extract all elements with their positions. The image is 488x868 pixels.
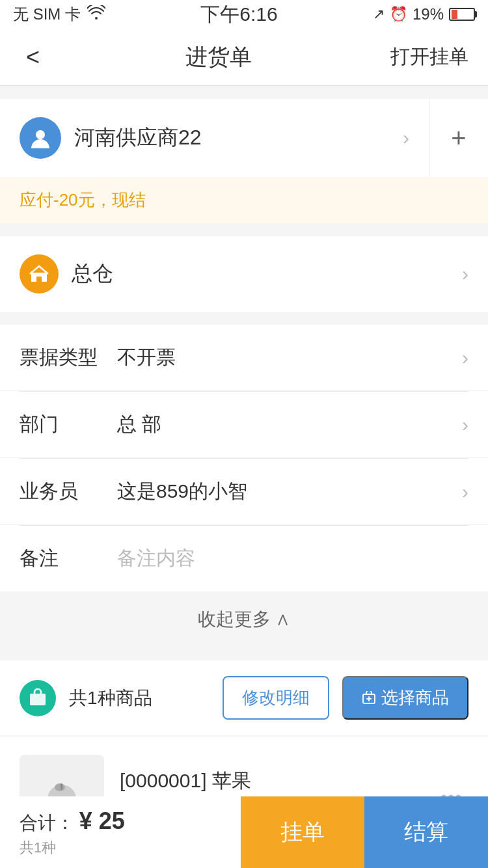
product-header-icon [20,680,56,716]
warehouse-selector[interactable]: 总仓 › [0,236,488,312]
wifi-icon [87,5,105,23]
status-right: ↗ ⏰ 19% [373,5,475,23]
warehouse-icon [20,254,59,293]
back-button[interactable]: < [20,37,46,77]
department-value: 总 部 [117,411,462,438]
product-count: 共1种商品 [69,686,210,711]
add-supplier-button[interactable]: + [429,99,488,177]
department-label: 部门 [20,411,117,438]
invoice-label: 票据类型 [20,344,117,371]
salesperson-row[interactable]: 业务员 这是859的小智 › [0,459,488,525]
status-bar: 无 SIM 卡 下午6:16 ↗ ⏰ 19% [0,0,488,29]
svg-rect-2 [36,277,42,282]
status-left: 无 SIM 卡 [13,4,105,25]
product-header: 共1种商品 修改明细 选择商品 [0,660,488,735]
remark-input[interactable]: 备注内容 [117,545,468,572]
product-title: 苹果 [212,770,251,791]
gps-icon: ↗ [373,6,385,23]
salesperson-chevron-icon: › [462,481,468,503]
select-product-button[interactable]: 选择商品 [342,676,468,720]
total-section: 合计： ¥ 25 共1种 [0,796,241,868]
alarm-icon: ⏰ [390,6,407,23]
checkout-button[interactable]: 结算 [364,796,488,868]
svg-point-0 [36,130,45,139]
department-chevron-icon: › [462,414,468,436]
open-hang-button[interactable]: 打开挂单 [390,44,468,70]
svg-point-8 [55,783,65,791]
total-line: 合计： ¥ 25 [20,807,221,835]
gap-2 [0,223,488,236]
remark-row[interactable]: 备注 备注内容 [0,526,488,591]
invoice-type-row[interactable]: 票据类型 不开票 › [0,325,488,391]
invoice-chevron-icon: › [462,347,468,369]
gap-1 [0,86,488,99]
status-time: 下午6:16 [200,1,277,28]
supplier-avatar [20,117,61,159]
hang-button[interactable]: 挂单 [241,796,364,868]
battery-label: 19% [413,5,444,23]
bottom-bar: 合计： ¥ 25 共1种 挂单 结算 [0,796,488,868]
salesperson-label: 业务员 [20,478,117,505]
total-label: 合计： [20,813,74,833]
form-section: 票据类型 不开票 › 部门 总 部 › 业务员 这是859的小智 › 备注 备注… [0,325,488,591]
product-code: [0000001] [120,770,206,791]
gap-4 [0,647,488,660]
supplier-name: 河南供应商22 [74,124,403,152]
product-name: [0000001] 苹果 [120,768,418,794]
collapse-button[interactable]: 收起更多 ∧ [0,591,488,647]
carrier-label: 无 SIM 卡 [13,4,81,25]
collapse-label: 收起更多 ∧ [198,609,291,629]
total-sub: 共1种 [20,838,221,858]
notice-text: 应付-20元，现结 [20,190,146,210]
page-title: 进货单 [185,42,252,72]
edit-detail-button[interactable]: 修改明细 [223,676,329,720]
remark-label: 备注 [20,545,117,572]
supplier-chevron-icon: › [403,127,409,149]
svg-rect-3 [30,694,46,705]
notice-bar: 应付-20元，现结 [0,177,488,223]
supplier-section: 河南供应商22 › + [0,99,488,177]
department-row[interactable]: 部门 总 部 › [0,392,488,458]
battery-icon [449,8,475,21]
svg-rect-9 [61,783,62,790]
nav-bar: < 进货单 打开挂单 [0,29,488,86]
total-amount: ¥ 25 [79,807,125,834]
supplier-selector[interactable]: 河南供应商22 › [0,99,429,177]
warehouse-chevron-icon: › [462,263,468,285]
salesperson-value: 这是859的小智 [117,478,462,505]
gap-3 [0,312,488,325]
invoice-value: 不开票 [117,344,462,371]
warehouse-name: 总仓 [72,260,462,288]
select-product-label: 选择商品 [381,686,449,709]
